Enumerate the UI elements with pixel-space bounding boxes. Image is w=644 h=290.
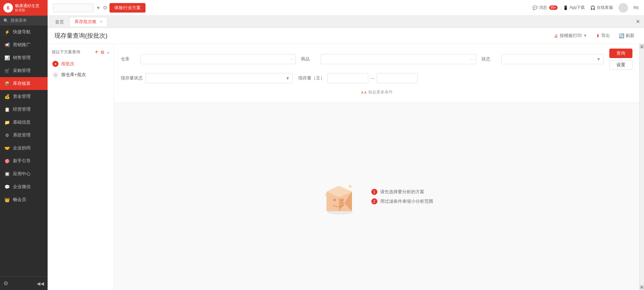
app-icon: 6 bbox=[3, 3, 13, 13]
topbar-dropdown-btn[interactable]: ▼ bbox=[96, 5, 101, 11]
query-form: 仓库 ··· 商品 ··· 状态 bbox=[114, 44, 639, 103]
member-icon: 👑 bbox=[4, 197, 10, 203]
scroll-up-btn[interactable]: ▲ bbox=[640, 44, 644, 49]
scheme-settings-btn[interactable]: ⚙ bbox=[100, 49, 105, 56]
topbar-left: ▼ ⚙ 体验行业方案 bbox=[53, 3, 529, 13]
page-header: 现存量查询(按批次) 🖨 按模板打印 ▼ ⬆ 导出 🔄 刷新 bbox=[48, 28, 644, 44]
stock-qty-max[interactable] bbox=[377, 73, 418, 83]
wechat-icon: 💬 bbox=[4, 184, 10, 190]
sidebar-item-enterprise[interactable]: 🤝 企业协同 bbox=[0, 142, 48, 155]
user-name[interactable]: Rit bbox=[633, 5, 639, 10]
warehouse-input[interactable] bbox=[141, 57, 287, 62]
sidebar-item-business[interactable]: 📋 经营管理 bbox=[0, 103, 48, 116]
add-scheme-btn[interactable]: + bbox=[95, 49, 99, 56]
apps-icon: 🔲 bbox=[4, 171, 10, 177]
sidebar-item-newbie[interactable]: 🎯 新手引导 bbox=[0, 155, 48, 167]
filter-panel-actions: + ⚙ « bbox=[95, 49, 109, 56]
stock-status-dropdown[interactable]: ▼ bbox=[146, 73, 293, 83]
goods-field: 商品 ··· bbox=[301, 54, 476, 64]
sidebar-item-sales[interactable]: 📊 销售管理 bbox=[0, 51, 48, 64]
service-icon: 🎧 bbox=[590, 5, 595, 10]
topbar-gear-btn[interactable]: ⚙ bbox=[103, 4, 107, 11]
enterprise-icon: 🤝 bbox=[4, 145, 10, 151]
goods-input-wrapper: ··· bbox=[321, 54, 476, 64]
user-avatar[interactable] bbox=[618, 3, 628, 13]
scheme-by-warehouse-batch[interactable]: ◎ 按仓库+批次 bbox=[48, 69, 114, 80]
page-actions: 🖨 按模板打印 ▼ ⬆ 导出 🔄 刷新 bbox=[551, 31, 637, 40]
sidebar-item-marketing[interactable]: 📢 营销推广 bbox=[0, 38, 48, 51]
print-btn[interactable]: 🖨 按模板打印 ▼ bbox=[551, 31, 590, 40]
sidebar-item-inventory[interactable]: 📦 库存核算 bbox=[0, 77, 48, 90]
tab-inventory-batch[interactable]: 库存批次账 × bbox=[69, 17, 107, 26]
status-dropdown-arrow: ▼ bbox=[596, 57, 601, 62]
business-icon: 📋 bbox=[4, 106, 10, 112]
svg-point-7 bbox=[324, 194, 326, 196]
app-download-btn[interactable]: 📱 App下载 bbox=[563, 5, 585, 11]
sidebar-collapse-btn[interactable]: ◀◀ bbox=[37, 281, 44, 286]
empty-tip-2: 2 用过滤条件来缩小分析范围 bbox=[371, 198, 433, 204]
warehouse-input-wrapper: ··· bbox=[140, 54, 295, 64]
goods-input[interactable] bbox=[321, 57, 468, 62]
stock-status-arrow: ▼ bbox=[285, 76, 290, 81]
settings-btn[interactable]: 设置 bbox=[609, 60, 632, 70]
form-row-2: 现存量状态 ▼ 现存量（主） — bbox=[121, 73, 632, 83]
export-btn[interactable]: ⬆ 导出 bbox=[593, 31, 613, 40]
empty-tip-1: 1 请先选择要分析的方案 bbox=[371, 189, 433, 195]
warehouse-field: 仓库 ··· bbox=[121, 54, 295, 64]
svg-point-6 bbox=[349, 185, 352, 188]
sidebar-menu: ⚡ 快捷导航 📢 营销推广 📊 销售管理 🛒 采购管理 📦 库存核算 💰 资金管… bbox=[0, 25, 48, 276]
sidebar-search[interactable]: 🔍 搜索菜单 bbox=[0, 16, 48, 25]
form-row-1: 仓库 ··· 商品 ··· 状态 bbox=[121, 49, 632, 70]
query-btn[interactable]: 查询 bbox=[609, 49, 632, 58]
collapse-icon: ∧∧ bbox=[361, 90, 367, 95]
scheme-by-batch[interactable]: ✦ 按批次 bbox=[48, 58, 114, 69]
page-title: 现存量查询(按批次) bbox=[54, 32, 107, 40]
filter-panel-header: 按以下方案查询 + ⚙ « bbox=[48, 47, 114, 58]
purchase-icon: 🛒 bbox=[4, 68, 10, 74]
sidebar-item-wechat[interactable]: 💬 企业微信 bbox=[0, 180, 48, 193]
sales-icon: 📊 bbox=[4, 55, 10, 61]
sidebar: 6 畅康通好生意 标准版 🔍 搜索菜单 ⚡ 快捷导航 📢 营销推广 📊 销售管理… bbox=[0, 0, 48, 290]
status-field: 状态 ▼ bbox=[481, 54, 604, 64]
sidebar-item-basic[interactable]: 📁 基础信息 bbox=[0, 116, 48, 129]
refresh-btn[interactable]: 🔄 刷新 bbox=[616, 31, 637, 40]
warehouse-more-btn[interactable]: ··· bbox=[287, 56, 295, 62]
tab-home[interactable]: 首页 bbox=[50, 18, 69, 26]
topbar-search-input[interactable] bbox=[53, 3, 94, 12]
scheme-warehouse-batch-icon: ◎ bbox=[52, 72, 58, 78]
newbie-icon: 🎯 bbox=[4, 158, 10, 164]
right-scrollbar: ▲ ▼ bbox=[639, 44, 644, 290]
online-service-btn[interactable]: 🎧 在线客服 bbox=[590, 5, 613, 11]
basic-icon: 📁 bbox=[4, 119, 10, 125]
tab-close-btn[interactable]: × bbox=[100, 19, 102, 24]
refresh-icon: 🔄 bbox=[619, 33, 624, 38]
scheme-batch-icon: ✦ bbox=[52, 61, 58, 67]
topbar: ▼ ⚙ 体验行业方案 💬 消息 99+ 📱 App下载 🎧 在线客服 Rit bbox=[48, 0, 644, 16]
sidebar-item-member[interactable]: 👑 畅会员 bbox=[0, 193, 48, 206]
svg-point-4 bbox=[333, 199, 336, 201]
sidebar-item-purchase[interactable]: 🛒 采购管理 bbox=[0, 64, 48, 77]
sidebar-item-finance[interactable]: 💰 资金管理 bbox=[0, 90, 48, 103]
scroll-down-btn[interactable]: ▼ bbox=[640, 285, 644, 289]
print-dropdown-icon[interactable]: ▼ bbox=[583, 33, 587, 38]
industry-btn[interactable]: 体验行业方案 bbox=[109, 3, 146, 13]
query-buttons: 查询 设置 bbox=[609, 49, 632, 70]
collapse-filter-btn[interactable]: « bbox=[107, 49, 109, 56]
empty-state: 1 请先选择要分析的方案 2 用过滤条件来缩小分析范围 bbox=[114, 103, 639, 290]
tab-panel-close-btn[interactable]: × bbox=[634, 18, 641, 25]
filter-panel: 按以下方案查询 + ⚙ « ✦ 按批次 ◎ 按仓库+批次 bbox=[48, 44, 114, 290]
messages-btn[interactable]: 💬 消息 99+ bbox=[532, 5, 558, 11]
sidebar-settings-btn[interactable]: ⚙ bbox=[3, 280, 8, 287]
empty-illustration bbox=[320, 176, 361, 217]
download-icon: 📱 bbox=[563, 5, 568, 10]
goods-more-btn[interactable]: ··· bbox=[468, 56, 476, 62]
collapse-more-btn[interactable]: ∧∧ 收起更多条件 bbox=[121, 87, 632, 98]
search-icon: 🔍 bbox=[3, 18, 9, 23]
sidebar-item-quick-nav[interactable]: ⚡ 快捷导航 bbox=[0, 25, 48, 38]
sidebar-item-system[interactable]: ⚙ 系统管理 bbox=[0, 129, 48, 142]
stock-qty-min[interactable] bbox=[327, 73, 368, 83]
sidebar-item-apps[interactable]: 🔲 应用中心 bbox=[0, 167, 48, 180]
status-dropdown[interactable]: ▼ bbox=[501, 54, 604, 64]
topbar-right: 💬 消息 99+ 📱 App下载 🎧 在线客服 Rit bbox=[532, 3, 639, 13]
stock-qty-range: — bbox=[327, 73, 470, 83]
